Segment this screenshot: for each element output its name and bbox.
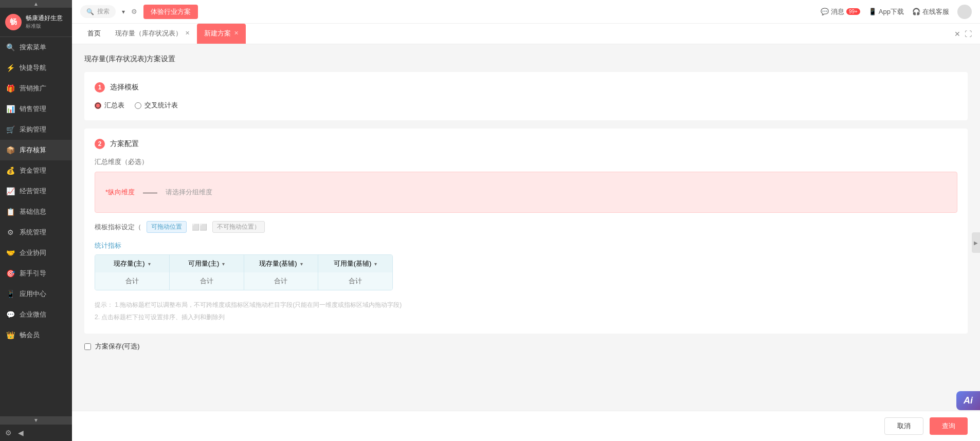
settings-icon[interactable]: ⚙ [5, 429, 12, 437]
stats-table: 现存量(主) ▾ 可用量(主) ▾ 现存量(基辅) ▾ 可用量(基辅) [95, 254, 393, 290]
sidebar-item-label: 资金管理 [20, 166, 46, 175]
save-option: 方案保存(可选) [84, 342, 968, 351]
topbar-right: 💬 消息 99+ 📱 App下载 🎧 在线客服 [821, 5, 972, 19]
phone-icon: 📱 [868, 8, 877, 15]
tab-new-plan-label: 新建方案 [204, 29, 231, 38]
collapse-icon[interactable]: ◀ [18, 429, 24, 437]
col-header-1[interactable]: 可用量(主) ▾ [170, 255, 244, 272]
sidebar-item-label: 搜索菜单 [20, 43, 46, 52]
sidebar-item-member[interactable]: 👑 畅会员 [0, 325, 72, 345]
dimension-required-mark: *纵向维度 [105, 188, 135, 197]
dimension-box[interactable]: *纵向维度 —— 请选择分组维度 [95, 172, 957, 213]
col-name-0: 现存量(主) [114, 259, 145, 268]
col-header-2[interactable]: 现存量(基辅) ▾ [244, 255, 319, 272]
content-area: 现存量(库存状况表)方案设置 1 选择模板 汇总表 交叉统计表 [72, 44, 980, 441]
messages-icon: 💬 [821, 8, 829, 15]
messages-item[interactable]: 💬 消息 99+ [821, 7, 860, 16]
sidebar-scroll-down[interactable]: ▼ [0, 416, 72, 424]
radio-summary-input[interactable] [95, 102, 101, 109]
sidebar-item-label: 销售管理 [20, 104, 46, 114]
sidebar-item-label: 经营管理 [20, 187, 46, 196]
sidebar-item-label: 畅会员 [20, 330, 40, 340]
search-icon: 🔍 [86, 8, 94, 15]
sales-icon: 📊 [5, 104, 15, 114]
tab-actions: ✕ ⛶ [954, 30, 972, 38]
search-placeholder: 搜索 [97, 7, 110, 16]
online-service-item[interactable]: 🎧 在线客服 [912, 7, 949, 16]
finance-icon: 💰 [5, 166, 15, 176]
sidebar-item-sales[interactable]: 📊 销售管理 [0, 99, 72, 119]
newbie-icon: 🎯 [5, 268, 15, 279]
step2-header: 2 方案配置 [95, 139, 957, 149]
col-summary-2: 合计 [244, 272, 319, 290]
col-chevron-1[interactable]: ▾ [222, 261, 225, 267]
user-avatar[interactable] [957, 5, 972, 19]
col-header-0[interactable]: 现存量(主) ▾ [95, 255, 170, 272]
ai-badge[interactable]: Ai [956, 391, 980, 410]
sidebar-item-enterprise[interactable]: 🤝 企业协同 [0, 243, 72, 263]
col-chevron-2[interactable]: ▾ [300, 261, 303, 267]
settings-gear-icon[interactable]: ⚙ [131, 8, 137, 15]
sidebar-item-operations[interactable]: 📈 经营管理 [0, 181, 72, 201]
trial-button[interactable]: 体验行业方案 [143, 5, 198, 19]
sidebar-item-marketing[interactable]: 🎁 营销推广 [0, 78, 72, 99]
marketing-icon: 🎁 [5, 83, 15, 94]
right-collapse-handle[interactable]: ▶ [972, 232, 980, 253]
col-chevron-3[interactable]: ▾ [374, 261, 377, 267]
tab-close-window-icon[interactable]: ✕ [954, 30, 960, 38]
tab-new-plan[interactable]: 新建方案 ✕ [197, 24, 246, 44]
col-summary-0: 合计 [95, 272, 170, 290]
sidebar-item-label: 基础信息 [20, 207, 46, 216]
sidebar-item-purchase[interactable]: 🛒 采购管理 [0, 119, 72, 140]
logo-icon: 畅 [5, 14, 22, 30]
topbar-left: 🔍 搜索 ▾ ⚙ 体验行业方案 [80, 5, 198, 19]
tab-inventory-status[interactable]: 现存量（库存状况表） ✕ [108, 24, 197, 44]
sidebar-item-basic[interactable]: 📋 基础信息 [0, 201, 72, 222]
query-button[interactable]: 查询 [930, 417, 968, 435]
save-checkbox[interactable] [84, 343, 91, 350]
radio-cross[interactable]: 交叉统计表 [135, 101, 178, 110]
member-icon: 👑 [5, 330, 15, 340]
app-version: 标准版 [26, 23, 63, 30]
appcenter-icon: 📱 [5, 289, 15, 299]
app-download-item[interactable]: 📱 App下载 [868, 7, 904, 16]
sidebar-item-label: 应用中心 [20, 289, 46, 299]
tip-2: 2. 点击标题栏下拉可设置排序、插入列和删除列 [95, 311, 957, 323]
col-name-1: 可用量(主) [188, 259, 220, 268]
template-radio-group: 汇总表 交叉统计表 [95, 101, 957, 110]
sidebar-item-system[interactable]: ⚙ 系统管理 [0, 222, 72, 243]
radio-cross-label: 交叉统计表 [144, 101, 178, 110]
sidebar-item-label: 库存核算 [20, 145, 46, 155]
sidebar: ▲ 畅 畅康通好生意 标准版 🔍 搜索菜单 ⚡ 快捷导航 🎁 营销推广 📊 销售… [0, 0, 72, 441]
space-text: ⬜⬜ [192, 224, 207, 231]
sidebar-item-inventory[interactable]: 📦 库存核算 [0, 140, 72, 160]
sidebar-item-shortcut[interactable]: ⚡ 快捷导航 [0, 58, 72, 78]
sidebar-item-newbie[interactable]: 🎯 新手引导 [0, 263, 72, 284]
col-chevron-0[interactable]: ▾ [148, 261, 151, 267]
dimension-separator: —— [143, 188, 157, 196]
sidebar-item-label: 营销推广 [20, 84, 46, 93]
sidebar-item-appcenter[interactable]: 📱 应用中心 [0, 284, 72, 304]
inventory-icon: 📦 [5, 145, 15, 155]
search-bar[interactable]: 🔍 搜索 [80, 5, 116, 18]
sidebar-item-label: 企业协同 [20, 248, 46, 258]
app-download-label: App下载 [879, 7, 904, 16]
radio-cross-input[interactable] [135, 102, 141, 109]
radio-summary[interactable]: 汇总表 [95, 101, 124, 110]
tab-expand-icon[interactable]: ⛶ [965, 30, 972, 38]
tab-inventory-close-icon[interactable]: ✕ [185, 30, 190, 36]
tab-home[interactable]: 首页 [80, 24, 108, 44]
col-summary-3: 合计 [318, 272, 392, 290]
dropdown-toggle[interactable]: ▾ [122, 8, 125, 15]
sidebar-item-wechat[interactable]: 💬 企业微信 [0, 304, 72, 325]
sidebar-scroll-up[interactable]: ▲ [0, 0, 72, 8]
cancel-button[interactable]: 取消 [884, 417, 923, 435]
app-name: 畅康通好生意 [26, 14, 63, 23]
wechat-icon: 💬 [5, 309, 15, 320]
sidebar-item-label: 新手引导 [20, 269, 46, 278]
sidebar-item-search[interactable]: 🔍 搜索菜单 [0, 37, 72, 58]
sidebar-item-finance[interactable]: 💰 资金管理 [0, 160, 72, 181]
radio-summary-label: 汇总表 [104, 101, 124, 110]
tab-new-plan-close-icon[interactable]: ✕ [234, 30, 239, 36]
col-header-3[interactable]: 可用量(基辅) ▾ [318, 255, 392, 272]
